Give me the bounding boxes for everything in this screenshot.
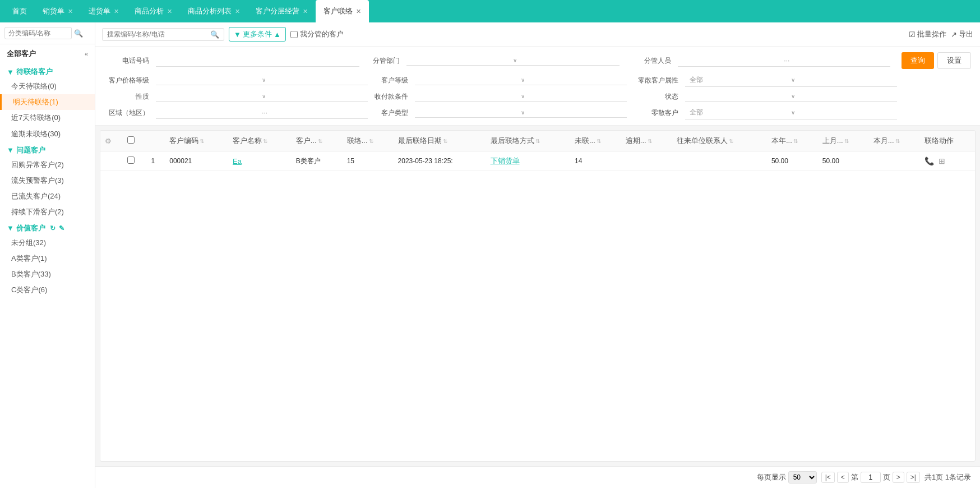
cell-checkbox[interactable] <box>123 151 146 171</box>
region-ellipsis[interactable]: ··· <box>262 109 363 117</box>
col-overdue[interactable]: 逾期...⇅ <box>621 131 672 151</box>
col-type[interactable]: 客户...⇅ <box>292 131 343 151</box>
filter-more-btn[interactable]: ▼ 更多条件 ▲ <box>229 27 286 42</box>
page-size-dropdown[interactable]: 20 50 100 <box>788 471 817 484</box>
nav-customer-contact[interactable]: 客户联络 ✕ <box>316 0 369 22</box>
sidebar-class-c[interactable]: C类客户(6) <box>0 282 95 298</box>
row-checkbox[interactable] <box>127 156 135 164</box>
select-status[interactable]: ∨ <box>685 91 897 102</box>
sort-last-month[interactable]: ⇅ <box>844 138 849 144</box>
action-phone-icon[interactable]: 📞 <box>924 156 934 165</box>
col-checkbox[interactable] <box>123 131 146 151</box>
nav-customer-tier[interactable]: 客户分层经营 ✕ <box>248 0 316 22</box>
select-region[interactable]: ··· <box>156 107 368 119</box>
cell-no-contact: 14 <box>570 151 621 171</box>
nav-product-analysis[interactable]: 商品分析 ✕ <box>127 0 180 22</box>
sort-name[interactable]: ⇅ <box>263 138 267 144</box>
sidebar-overdue[interactable]: 逾期未联络(30) <box>0 126 95 142</box>
nav-sales-close[interactable]: ✕ <box>68 8 73 15</box>
nav-home[interactable]: 首页 <box>4 0 35 22</box>
nav-product-list-close[interactable]: ✕ <box>235 8 240 15</box>
sort-this-year[interactable]: ⇅ <box>793 138 798 144</box>
manager-ellipsis[interactable]: ··· <box>784 57 886 65</box>
col-no-contact[interactable]: 未联...⇅ <box>570 131 621 151</box>
first-page-btn[interactable]: |< <box>821 472 835 483</box>
sort-contacts[interactable]: ⇅ <box>729 138 733 144</box>
page-size-select[interactable]: 每页显示 20 50 100 <box>757 471 817 484</box>
select-customer-grade[interactable]: ∨ <box>415 75 627 85</box>
nav-product-close[interactable]: ✕ <box>167 8 172 15</box>
export-btn[interactable]: ↗ 导出 <box>951 29 973 39</box>
data-table: ⚙ 客户编码⇅ 客户名称⇅ 客户...⇅ 联络...⇅ 最后联络日期⇅ 最后联络… <box>100 131 975 171</box>
nav-tier-close[interactable]: ✕ <box>303 8 308 15</box>
select-customer-type[interactable]: ∨ <box>415 108 627 118</box>
sidebar-today[interactable]: 今天待联络(0) <box>0 79 95 94</box>
select-all-checkbox[interactable] <box>127 136 135 144</box>
last-page-btn[interactable]: >| <box>907 472 920 483</box>
col-this-month[interactable]: 本月...⇅ <box>869 131 920 151</box>
nav-purchase[interactable]: 进货单 ✕ <box>81 0 127 22</box>
sidebar-repurchase-anomaly[interactable]: 回购异常客户(2) <box>0 157 95 173</box>
cell-name[interactable]: Ea <box>228 151 292 171</box>
col-name[interactable]: 客户名称⇅ <box>228 131 292 151</box>
col-last-method[interactable]: 最后联络方式⇅ <box>486 131 570 151</box>
sort-overdue[interactable]: ⇅ <box>648 138 652 144</box>
sidebar-collapse-icon[interactable]: « <box>85 50 88 57</box>
select-retail-attr[interactable]: 全部 ∨ <box>685 73 897 87</box>
last-method-link[interactable]: 下销货单 <box>491 156 520 165</box>
sort-contact[interactable]: ⇅ <box>369 138 373 144</box>
sidebar-class-b[interactable]: B类客户(33) <box>0 266 95 282</box>
prev-page-btn[interactable]: < <box>837 472 849 483</box>
sidebar-churned[interactable]: 已流失客户(24) <box>0 188 95 204</box>
select-manager[interactable]: ··· <box>678 55 890 67</box>
sidebar-7days[interactable]: 近7天待联络(0) <box>0 110 95 126</box>
select-nature[interactable]: ∨ <box>156 91 368 102</box>
reset-btn[interactable]: 设置 <box>937 52 971 69</box>
sidebar-churn-warning[interactable]: 流失预警客户(3) <box>0 173 95 188</box>
select-dept[interactable]: ∨ <box>406 56 619 66</box>
col-this-year[interactable]: 本年...⇅ <box>767 131 818 151</box>
nav-product-list[interactable]: 商品分析列表 ✕ <box>180 0 248 22</box>
batch-btn[interactable]: ☑ 批量操作 <box>909 29 946 39</box>
sidebar-tomorrow[interactable]: 明天待联络(1) <box>0 94 95 110</box>
customer-name-link[interactable]: Ea <box>233 157 242 165</box>
my-customers-checkbox[interactable] <box>290 31 298 38</box>
sort-last-date[interactable]: ⇅ <box>443 138 447 144</box>
col-last-date[interactable]: 最后联络日期⇅ <box>394 131 486 151</box>
input-phone[interactable] <box>156 55 359 67</box>
sidebar-class-a[interactable]: A类客户(1) <box>0 251 95 266</box>
cell-last-method[interactable]: 下销货单 <box>486 151 570 171</box>
value-edit-icon[interactable]: ✎ <box>59 224 64 232</box>
col-contact[interactable]: 联络...⇅ <box>343 131 394 151</box>
col-setting[interactable]: ⚙ <box>100 131 123 151</box>
nav-sales[interactable]: 销货单 ✕ <box>35 0 81 22</box>
action-grid-icon[interactable]: ⊞ <box>939 156 945 165</box>
sort-code[interactable]: ⇅ <box>200 138 204 144</box>
col-last-month[interactable]: 上月...⇅ <box>818 131 869 151</box>
my-customers-checkbox-label[interactable]: 我分管的客户 <box>290 29 344 39</box>
sidebar-search-icon[interactable]: 🔍 <box>74 29 83 38</box>
nav-purchase-close[interactable]: ✕ <box>114 8 119 15</box>
search-icon[interactable]: 🔍 <box>210 30 219 39</box>
search-input[interactable] <box>107 30 208 38</box>
sort-no-contact[interactable]: ⇅ <box>597 138 601 144</box>
sort-type[interactable]: ⇅ <box>318 138 322 144</box>
sort-this-month[interactable]: ⇅ <box>895 138 900 144</box>
page-number-input[interactable] <box>861 472 881 483</box>
sidebar-search-input[interactable] <box>4 27 72 39</box>
sidebar-declining[interactable]: 持续下滑客户(2) <box>0 204 95 220</box>
col-code[interactable]: 客户编码⇅ <box>165 131 228 151</box>
query-btn[interactable]: 查询 <box>902 52 934 69</box>
sidebar-all-customers[interactable]: 全部客户 « <box>0 44 95 63</box>
next-page-btn[interactable]: > <box>893 472 904 483</box>
sort-last-method[interactable]: ⇅ <box>535 138 540 144</box>
gear-icon[interactable]: ⚙ <box>105 137 112 145</box>
nav-contact-close[interactable]: ✕ <box>356 8 361 15</box>
phone-input[interactable] <box>156 57 359 65</box>
select-payment[interactable]: ∨ <box>415 91 627 102</box>
select-price-grade[interactable]: ∨ <box>156 75 368 85</box>
col-contacts[interactable]: 往来单位联系人⇅ <box>672 131 767 151</box>
value-refresh-icon[interactable]: ↻ <box>50 224 56 232</box>
sidebar-ungrouped[interactable]: 未分组(32) <box>0 235 95 251</box>
select-retail[interactable]: 全部 ∨ <box>685 106 897 119</box>
